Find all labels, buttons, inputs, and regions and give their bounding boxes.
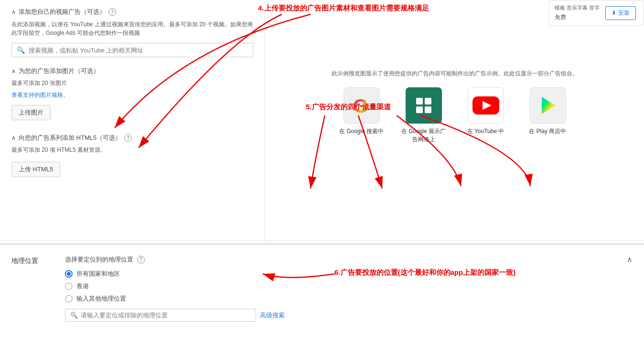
gdn-label: 在 Google 展示广 告网络上	[401, 127, 446, 144]
install-card: 模板 音乐字幕 音字 免费 ⬇ 安装	[548, 0, 644, 26]
image-section-header: ∧ 为您的广告添加图片（可选）	[11, 67, 253, 75]
video-search-input[interactable]	[29, 47, 162, 54]
play-svg	[537, 94, 559, 116]
gdn-sq3	[416, 106, 423, 113]
channel-gdn: 在 Google 展示广 告网络上	[397, 87, 450, 144]
video-help-icon[interactable]: ?	[108, 8, 116, 16]
video-section-title: ∧ 添加您自己的视频广告（可选） ?	[11, 8, 253, 16]
gdn-icon	[406, 87, 442, 124]
video-desc: 在此添加视频，以便在 YouTube 上通过视频来宣传您的应用。最多可添加 20…	[11, 20, 253, 37]
youtube-svg	[472, 95, 500, 115]
radio-hk[interactable]: 香港	[65, 282, 633, 291]
radio-custom[interactable]: 输入其他地理位置	[65, 294, 633, 303]
geo-collapse-icon[interactable]: ∧	[627, 255, 633, 264]
radio-hk-circle	[65, 282, 73, 290]
geo-search-input[interactable]	[81, 312, 251, 319]
html5-max-count: 最多可添加 20 项 HTML5 素材资源。	[11, 146, 253, 154]
play-label: 在 Play 商店中	[529, 127, 566, 136]
gdn-sq1	[416, 98, 423, 105]
html5-section-header: ∧ 向您的广告系列添加 HTML5（可选） ?	[11, 134, 253, 142]
geo-section: 地理位置 选择要定位到的地理位置 ? ∧ 所有国家和地区	[0, 243, 644, 331]
install-card-tags: 模板 音乐字幕 音字 免费	[555, 4, 600, 21]
video-search-box[interactable]: 🔍	[11, 43, 253, 57]
radio-custom-circle	[65, 295, 73, 303]
search-icon: 🔍	[17, 46, 25, 54]
page-wrapper: ∧ 添加您自己的视频广告（可选） ? 在此添加视频，以便在 YouTube 上通…	[0, 0, 644, 345]
chevron-up-icon: ∧	[11, 9, 16, 15]
geo-help-icon[interactable]: ?	[137, 256, 145, 263]
youtube-label: 在 YouTube 中	[467, 127, 504, 136]
right-panel: 模板 音乐字幕 音字 免费 ⬇ 安装 此示例预览图显示了使用您提供的广告内容可能…	[265, 0, 644, 240]
geo-search-icon: 🔍	[70, 312, 78, 319]
advanced-search-link[interactable]: 高级搜索	[260, 311, 285, 320]
channel-youtube: 在 YouTube 中	[460, 87, 512, 144]
geo-header-left: 选择要定位到的地理位置 ?	[65, 255, 145, 264]
chevron-up-icon-2: ∧	[11, 68, 16, 74]
image-max-count: 最多可添加 20 张图片	[11, 79, 253, 87]
geo-search-box[interactable]: 🔍	[65, 309, 256, 322]
geo-right: 选择要定位到的地理位置 ? ∧ 所有国家和地区 香港	[65, 255, 633, 322]
upload-html5-button[interactable]: 上传 HTML5	[11, 162, 60, 177]
geo-row: 地理位置 选择要定位到的地理位置 ? ∧ 所有国家和地区	[11, 255, 633, 322]
channel-google-search: G G	[335, 87, 388, 144]
image-spec-link[interactable]: 查看支持的图片规格。	[11, 91, 253, 99]
google-search-label: 在 Google 搜索中	[339, 127, 384, 136]
geo-search-row: 🔍 高级搜索	[65, 309, 633, 322]
radio-all-selected	[65, 270, 73, 278]
geo-label: 地理位置	[11, 255, 50, 265]
radio-all-countries[interactable]: 所有国家和地区	[65, 270, 633, 278]
html5-help-icon[interactable]: ?	[124, 134, 132, 142]
preview-area: 此示例预览图显示了使用您提供的广告内容可能制作出的广告示例。此处仅显示一部分广告…	[277, 70, 633, 144]
google-g-svg: G G	[351, 94, 373, 116]
channels-grid: G G	[277, 87, 633, 144]
google-search-icon: G G	[343, 87, 380, 124]
image-section: ∧ 为您的广告添加图片（可选） 最多可添加 20 张图片 查看支持的图片规格。 …	[11, 67, 253, 130]
geo-header: 选择要定位到的地理位置 ? ∧	[65, 255, 633, 264]
play-icon	[530, 87, 566, 124]
html5-section: ∧ 向您的广告系列添加 HTML5（可选） ? 最多可添加 20 项 HTML5…	[11, 134, 253, 177]
svg-text:G: G	[353, 95, 368, 116]
chevron-up-icon-3: ∧	[11, 135, 16, 141]
geo-select-label: 选择要定位到的地理位置	[65, 255, 133, 264]
upload-image-button[interactable]: 上传图片	[11, 105, 51, 120]
gdn-sq2	[425, 98, 431, 105]
svg-marker-4	[542, 97, 555, 114]
channel-play: 在 Play 商店中	[522, 87, 574, 144]
install-button[interactable]: ⬇ 安装	[605, 6, 636, 20]
top-section: ∧ 添加您自己的视频广告（可选） ? 在此添加视频，以便在 YouTube 上通…	[0, 0, 644, 241]
radio-all-dot	[67, 272, 71, 276]
left-panel: ∧ 添加您自己的视频广告（可选） ? 在此添加视频，以便在 YouTube 上通…	[0, 0, 265, 240]
preview-desc: 此示例预览图显示了使用您提供的广告内容可能制作出的广告示例。此处仅显示一部分广告…	[321, 70, 589, 78]
gdn-sq4	[425, 106, 431, 113]
youtube-icon	[468, 87, 504, 124]
